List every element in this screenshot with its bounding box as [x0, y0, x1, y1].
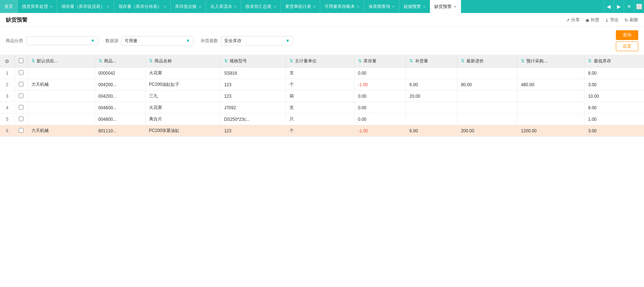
row-checkbox-cell[interactable]	[14, 102, 27, 114]
tab-inventory-status[interactable]: 现存量（库存状况表） ×	[57, 0, 114, 13]
row-est-purchase	[517, 114, 584, 125]
close-icon[interactable]: ×	[392, 4, 395, 9]
row-supplier	[27, 90, 95, 102]
row-goods-name: 三九	[145, 90, 220, 102]
close-icon[interactable]: ×	[454, 4, 456, 9]
sort-icon: ⇅	[358, 58, 362, 63]
column-stock: ⇅ 库存量	[354, 55, 406, 67]
refresh-button[interactable]: ↻ 刷新	[625, 17, 638, 23]
close-icon[interactable]: ×	[357, 4, 359, 9]
row-goods-code: 004600...	[95, 102, 145, 114]
row-restock-qty	[406, 67, 457, 79]
row-min-stock: 8.00	[584, 67, 644, 79]
datasource-filter-group: 数据源 可用量 ▼	[105, 36, 193, 46]
row-checkbox[interactable]	[19, 93, 23, 98]
tab-expiry-query[interactable]: 保质期查询 ×	[364, 0, 399, 13]
column-spec: ⇅ 规格型号	[220, 55, 286, 67]
restock-base-select[interactable]: 安全库存 ▼	[221, 36, 293, 46]
export-button[interactable]: ⤓ 导出	[605, 17, 619, 23]
row-checkbox[interactable]	[19, 70, 23, 75]
close-icon[interactable]: ×	[234, 4, 236, 9]
row-supplier	[27, 114, 95, 125]
table-wrapper: ⚙ ⇅ 默认供应... ⇅ 商品... ⇅ 商品名称	[0, 55, 644, 137]
row-stock: 0.00	[354, 114, 406, 125]
row-restock-qty: 6.00	[406, 125, 457, 137]
close-icon[interactable]: ×	[313, 4, 316, 9]
row-latest-price: 200.00	[457, 125, 517, 137]
row-supplier: 力天机械	[27, 79, 95, 90]
sort-icon: ⇅	[290, 58, 293, 63]
select-all-checkbox[interactable]	[19, 58, 23, 63]
tab-overstock[interactable]: 超储预警 ×	[399, 0, 430, 13]
tab-home[interactable]: 首页	[0, 0, 18, 13]
close-icon[interactable]: ×	[50, 4, 52, 9]
category-arrow-icon: ▼	[91, 38, 95, 43]
restock-button[interactable]: ◉ 补货	[586, 17, 599, 23]
row-supplier	[27, 67, 95, 79]
row-checkbox-cell[interactable]	[14, 125, 27, 137]
row-checkbox-cell[interactable]	[14, 114, 27, 125]
row-checkbox-cell[interactable]	[14, 90, 27, 102]
tab-abnormal[interactable]: 拣货异常处理 ×	[18, 0, 57, 13]
row-spec: DS250*23c...	[220, 114, 286, 125]
close-icon[interactable]: ×	[274, 4, 276, 9]
row-goods-code: 004200...	[95, 90, 145, 102]
table-row: 6 力天机械 801110... PC200张紧油缸 123 个 -1.00 6…	[0, 125, 644, 137]
column-restock-qty: ⇅ 补货量	[406, 55, 457, 67]
tab-batch-account[interactable]: 库存批次账 ×	[171, 0, 206, 13]
filter-bar: 商品分类 ▼ 数据源 可用量 ▼ 补货基数 安全库存 ▼ 查询 设置	[0, 27, 644, 55]
category-filter-group: 商品分类 ▼	[6, 36, 98, 45]
table-row: 2 力天机械 004200... PC200油缸缸子 123 个 -1.00 6…	[0, 79, 644, 90]
row-checkbox-cell[interactable]	[14, 67, 27, 79]
refresh-icon: ↻	[625, 18, 628, 23]
row-goods-name: 火花塞	[145, 67, 220, 79]
row-checkbox[interactable]	[19, 116, 23, 121]
gear-icon[interactable]: ⚙	[5, 58, 9, 64]
datasource-select[interactable]: 可用量 ▼	[121, 36, 193, 46]
row-min-stock: 1.00	[584, 114, 644, 125]
settings-button[interactable]: 设置	[616, 41, 638, 51]
tab-shortage[interactable]: 缺货预警 ×	[430, 0, 461, 13]
shortage-table: ⚙ ⇅ 默认供应... ⇅ 商品... ⇅ 商品名称	[0, 55, 644, 137]
row-est-purchase	[517, 90, 584, 102]
table-header-row: ⚙ ⇅ 默认供应... ⇅ 商品... ⇅ 商品名称	[0, 55, 644, 67]
column-est-purchase: ⇅ 预计采购...	[517, 55, 584, 67]
row-est-purchase: 480.00	[517, 79, 584, 90]
row-unit: 支	[286, 102, 354, 114]
row-checkbox[interactable]	[19, 82, 23, 87]
close-icon[interactable]: ×	[164, 4, 166, 9]
row-supplier: 力天机械	[27, 125, 95, 137]
row-checkbox[interactable]	[19, 105, 23, 110]
main-content: 缺货预警 ↗ 分享 ◉ 补货 ⤓ 导出 ↻ 刷新 商品分类	[0, 13, 644, 287]
column-min-stock: ⇅ 最低库存	[584, 55, 644, 67]
row-checkbox[interactable]	[19, 128, 23, 133]
tab-receive-summary[interactable]: 收发存汇总表 ×	[241, 0, 280, 13]
tab-nav-buttons: ◀ ▶ ✕ ⬜	[604, 0, 644, 13]
row-number: 6	[0, 125, 14, 137]
category-select[interactable]: ▼	[26, 36, 98, 45]
column-settings[interactable]: ⚙	[0, 55, 14, 67]
row-latest-price: 80.00	[457, 79, 517, 90]
tab-inout-flow[interactable]: 出入库流水 ×	[206, 0, 241, 13]
tab-inventory-dist[interactable]: 现存量（库存分布表） ×	[114, 0, 171, 13]
tab-available-ledger[interactable]: 可用量库存账本 ×	[320, 0, 364, 13]
table-row: 3 004200... 三九 123 箱 0.00 20.00 10.00	[0, 90, 644, 102]
query-button[interactable]: 查询	[616, 30, 638, 40]
close-icon[interactable]: ×	[107, 4, 109, 9]
row-unit: 只	[286, 114, 354, 125]
close-icon[interactable]: ×	[423, 4, 425, 9]
row-est-purchase	[517, 102, 584, 114]
share-button[interactable]: ↗ 分享	[566, 17, 580, 23]
sort-icon: ⇅	[588, 58, 592, 63]
tab-next-button[interactable]: ▶	[614, 0, 624, 13]
tab-maximize-button[interactable]: ⬜	[634, 0, 644, 13]
tab-close-button[interactable]: ✕	[624, 0, 634, 13]
close-icon[interactable]: ×	[199, 4, 201, 9]
tab-order-stats[interactable]: 要货单统计表 ×	[281, 0, 320, 13]
row-restock-qty: 6.00	[406, 79, 457, 90]
tab-prev-button[interactable]: ◀	[604, 0, 614, 13]
row-min-stock: 10.00	[584, 90, 644, 102]
row-checkbox-cell[interactable]	[14, 79, 27, 90]
tab-bar: 首页 拣货异常处理 × 现存量（库存状况表） × 现存量（库存分布表） × 库存…	[0, 0, 644, 13]
row-number: 1	[0, 67, 14, 79]
